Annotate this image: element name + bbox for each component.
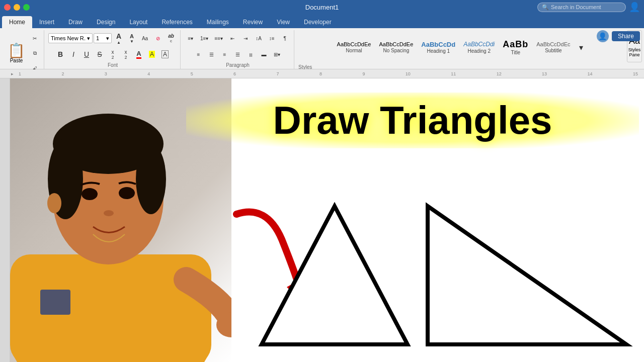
document-canvas: Draw Triangles	[10, 78, 644, 362]
text-shading-button[interactable]: A	[159, 47, 171, 61]
align-right-icon: ≡	[223, 52, 226, 57]
strikethrough-button[interactable]: S	[94, 47, 106, 61]
tab-layout[interactable]: Layout	[122, 16, 154, 28]
tab-references[interactable]: References	[154, 16, 199, 28]
style-subtitle[interactable]: AaBbCcDdEc Subtitle	[533, 31, 574, 63]
title-bar: Document1 🔍 👤	[0, 0, 644, 14]
align-left-button[interactable]: ≡	[193, 47, 205, 61]
cut-button[interactable]: ✂	[29, 31, 41, 45]
font-size-dropdown[interactable]: 1 ▾	[94, 33, 112, 43]
justify-button[interactable]: ☰	[232, 47, 244, 61]
line-spacing-button[interactable]: ↕≡	[266, 31, 278, 45]
maximize-button[interactable]	[23, 4, 30, 11]
superscript-button[interactable]: x2	[120, 47, 132, 61]
align-right-button[interactable]: ≡	[219, 47, 231, 61]
tab-draw[interactable]: Draw	[61, 16, 90, 28]
tab-home[interactable]: Home	[2, 16, 32, 28]
pilcrow-button[interactable]: ¶	[279, 31, 291, 45]
left-sidebar	[0, 78, 10, 362]
font-section: Times New R... ▾ 1 ▾ A▲ A▼ Aa ⊘ abc B I …	[45, 30, 181, 69]
svg-point-6	[136, 144, 166, 214]
share-button[interactable]: Share	[612, 31, 640, 41]
highlight-color-button[interactable]: A	[146, 47, 158, 61]
subscript-button[interactable]: x2	[107, 47, 119, 61]
close-button[interactable]	[4, 4, 11, 11]
tab-design[interactable]: Design	[90, 16, 122, 28]
numbering-button[interactable]: 1≡▾	[198, 31, 211, 45]
user-icon[interactable]: 👤	[629, 2, 640, 13]
svg-rect-12	[40, 290, 70, 315]
font-name-dropdown[interactable]: Times New R... ▾	[48, 33, 93, 43]
change-case-button[interactable]: Aa	[139, 31, 151, 45]
equilateral-triangle	[257, 201, 413, 352]
justify-icon: ☰	[235, 52, 240, 57]
more-styles-button[interactable]: ▾	[575, 40, 587, 54]
document-page[interactable]: Draw Triangles	[10, 78, 644, 362]
main-area: Draw Triangles	[0, 78, 644, 362]
svg-point-7	[82, 188, 98, 200]
increase-font-icon: A	[116, 32, 121, 40]
svg-point-10	[47, 193, 61, 213]
normal-preview: AaBbCcDdEe	[337, 41, 371, 48]
multilevel-icon: ≡≡▾	[214, 36, 223, 41]
clear-format-button[interactable]: ⊘	[152, 31, 164, 45]
borders-button[interactable]: ⊞▾	[271, 47, 283, 61]
minimize-button[interactable]	[14, 4, 20, 11]
clear-icon: ⊘	[156, 36, 160, 41]
paste-label: Paste	[10, 58, 23, 63]
tab-view[interactable]: View	[270, 16, 297, 28]
paste-button[interactable]: 📋 Paste	[5, 42, 28, 65]
paragraph-section: ≡▾ 1≡▾ ≡≡▾ ⇤ ⇥ ↕A ↕≡ ¶ ≡ ☰ ≡ ☰ ⫼ ▬ ⊞▾ Pa…	[182, 30, 294, 69]
text-effects-button[interactable]: abc	[165, 31, 177, 45]
pilcrow-icon: ¶	[283, 36, 286, 41]
copy-button[interactable]: ⧉	[29, 46, 41, 60]
bullets-button[interactable]: ≡▾	[185, 31, 197, 45]
underline-button[interactable]: U	[80, 47, 93, 61]
shading-icon: A	[162, 50, 169, 58]
style-no-spacing[interactable]: AaBbCcDdEe No Spacing	[375, 31, 417, 63]
no-spacing-label: No Spacing	[383, 48, 410, 53]
chevron-down-icon: ▾	[106, 35, 109, 42]
document-title: Document1	[305, 4, 339, 11]
cut-icon: ✂	[33, 36, 37, 41]
window-controls	[4, 4, 30, 11]
paste-icon: 📋	[8, 44, 25, 58]
italic-button[interactable]: I	[67, 47, 79, 61]
tab-review[interactable]: Review	[236, 16, 270, 28]
decrease-font-button[interactable]: A▼	[126, 31, 138, 45]
search-box[interactable]: 🔍	[537, 3, 626, 12]
shading-para-button[interactable]: ▬	[258, 47, 270, 61]
increase-font-button[interactable]: A▲	[113, 31, 125, 45]
bold-button[interactable]: B	[54, 47, 66, 61]
multilevel-button[interactable]: ≡≡▾	[212, 31, 225, 45]
columns-button[interactable]: ⫼	[245, 47, 257, 61]
no-spacing-preview: AaBbCcDdEe	[379, 41, 413, 48]
ruler-scale: 12345 678910 1112131415	[14, 71, 643, 76]
font-row2: B I U S x2 x2 A A A	[54, 47, 171, 61]
tab-mailings[interactable]: Mailings	[200, 16, 236, 28]
increase-indent-button[interactable]: ⇥	[239, 31, 252, 45]
decrease-font-icon: A	[130, 33, 134, 39]
clipboard-row: 📋 Paste ✂ ⧉ 🖌	[5, 31, 41, 75]
style-title[interactable]: AaBb Title	[499, 31, 532, 63]
title-label: Title	[511, 50, 520, 55]
styles-gallery: AaBbCcDdEe Normal AaBbCcDdEe No Spacing …	[334, 31, 587, 63]
style-heading1[interactable]: AaBbCcDd Heading 1	[418, 31, 459, 63]
copy-icon: ⧉	[33, 50, 37, 56]
svg-marker-15	[428, 206, 626, 344]
search-input[interactable]	[551, 4, 621, 10]
decrease-indent-button[interactable]: ⇤	[226, 31, 238, 45]
normal-label: Normal	[346, 48, 362, 53]
align-center-button[interactable]: ☰	[206, 47, 218, 61]
style-normal[interactable]: AaBbCcDdEe Normal	[334, 31, 375, 63]
ribbon-toolbar: 📋 Paste ✂ ⧉ 🖌 Clipboard Times New R... ▾…	[0, 28, 644, 69]
sort-button[interactable]: ↕A	[253, 31, 265, 45]
sort-icon: ↕A	[256, 36, 262, 41]
tab-developer[interactable]: Developer	[297, 16, 339, 28]
user-avatar[interactable]: 👤	[597, 30, 609, 42]
style-heading2[interactable]: AaBbCcDdi Heading 2	[460, 31, 498, 63]
heading1-preview: AaBbCcDd	[421, 41, 455, 49]
tab-insert[interactable]: Insert	[32, 16, 61, 28]
text-color-button[interactable]: A	[133, 47, 145, 61]
heading2-preview: AaBbCcDdi	[463, 41, 495, 48]
